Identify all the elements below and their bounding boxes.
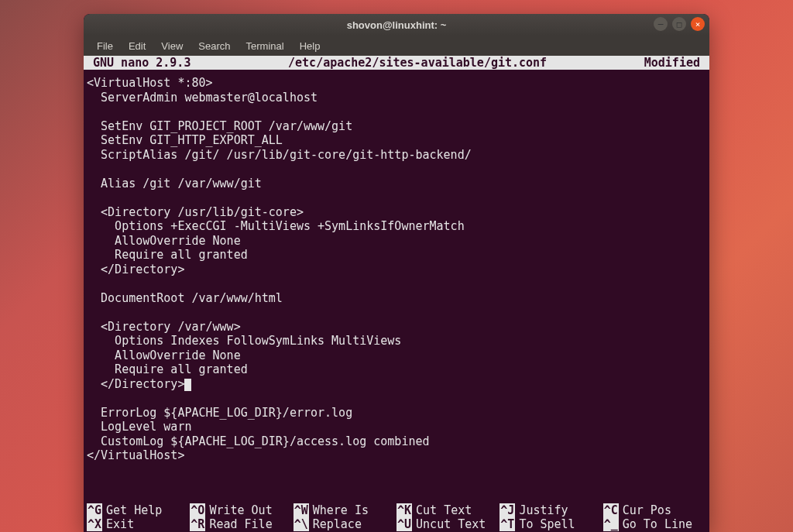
- shortcut-row-1: ^GGet Help^OWrite Out^WWhere Is^KCut Tex…: [87, 503, 706, 517]
- menu-file[interactable]: File: [90, 38, 120, 54]
- close-button[interactable]: ×: [691, 17, 705, 31]
- minimize-button[interactable]: ─: [654, 17, 668, 31]
- shortcut-label: Replace: [309, 517, 362, 531]
- menubar: File Edit View Search Terminal Help: [84, 36, 709, 56]
- maximize-icon: □: [677, 19, 682, 29]
- menu-help[interactable]: Help: [293, 38, 328, 54]
- shortcut-key: ^T: [499, 517, 515, 531]
- menu-edit[interactable]: Edit: [122, 38, 153, 54]
- shortcut[interactable]: ^OWrite Out: [190, 503, 293, 517]
- shortcut-key: ^_: [603, 517, 619, 531]
- shortcut-key: ^X: [87, 517, 102, 531]
- shortcut-key: ^K: [396, 503, 412, 517]
- shortcut-key: ^U: [396, 517, 412, 531]
- shortcut-row-2: ^XExit^RRead File^\Replace^UUncut Text^T…: [87, 517, 706, 531]
- shortcut-key: ^W: [294, 503, 309, 517]
- editor-content[interactable]: <VirtualHost *:80> ServerAdmin webmaster…: [84, 70, 709, 480]
- shortcut-label: Where Is: [309, 503, 369, 517]
- shortcut[interactable]: ^CCur Pos: [603, 503, 706, 517]
- maximize-button[interactable]: □: [672, 17, 686, 31]
- menu-search[interactable]: Search: [191, 38, 237, 54]
- shortcut[interactable]: ^UUncut Text: [396, 517, 499, 531]
- minimize-icon: ─: [658, 19, 664, 29]
- shortcut[interactable]: ^TTo Spell: [499, 517, 602, 531]
- shortcut-label: Go To Line: [619, 517, 692, 531]
- terminal-window: shovon@linuxhint: ~ ─ □ × File Edit View…: [84, 14, 709, 532]
- close-icon: ×: [695, 19, 701, 29]
- nano-filepath: /etc/apache2/sites-available/git.conf: [191, 56, 644, 70]
- shortcut[interactable]: ^JJustify: [499, 503, 602, 517]
- shortcut-label: Read File: [205, 517, 272, 531]
- shortcut-label: Get Help: [102, 503, 162, 517]
- shortcut-key: ^J: [499, 503, 515, 517]
- shortcut[interactable]: ^WWhere Is: [294, 503, 396, 517]
- shortcut-key: ^R: [190, 517, 205, 531]
- shortcut[interactable]: ^GGet Help: [87, 503, 190, 517]
- shortcut-label: Exit: [102, 517, 134, 531]
- nano-footer: ^GGet Help^OWrite Out^WWhere Is^KCut Tex…: [84, 503, 709, 532]
- shortcut-key: ^C: [603, 503, 619, 517]
- shortcut-label: To Spell: [515, 517, 575, 531]
- shortcut-key: ^O: [190, 503, 205, 517]
- nano-status: Modified: [644, 56, 706, 70]
- window-controls: ─ □ ×: [654, 17, 705, 31]
- titlebar[interactable]: shovon@linuxhint: ~ ─ □ ×: [84, 14, 709, 36]
- shortcut-label: Justify: [515, 503, 568, 517]
- nano-version: GNU nano 2.9.3: [87, 56, 191, 70]
- shortcut[interactable]: ^_Go To Line: [603, 517, 706, 531]
- menu-terminal[interactable]: Terminal: [239, 38, 291, 54]
- shortcut-key: ^G: [87, 503, 102, 517]
- window-title: shovon@linuxhint: ~: [347, 19, 447, 31]
- shortcut[interactable]: ^RRead File: [190, 517, 293, 531]
- shortcut[interactable]: ^KCut Text: [396, 503, 499, 517]
- cursor: [184, 379, 191, 391]
- shortcut[interactable]: ^\Replace: [294, 517, 396, 531]
- shortcut-label: Cur Pos: [619, 503, 671, 517]
- shortcut[interactable]: ^XExit: [87, 517, 190, 531]
- shortcut-key: ^\: [294, 517, 309, 531]
- menu-view[interactable]: View: [154, 38, 190, 54]
- shortcut-label: Uncut Text: [412, 517, 486, 531]
- nano-header: GNU nano 2.9.3 /etc/apache2/sites-availa…: [84, 56, 709, 70]
- shortcut-label: Cut Text: [412, 503, 472, 517]
- shortcut-label: Write Out: [205, 503, 272, 517]
